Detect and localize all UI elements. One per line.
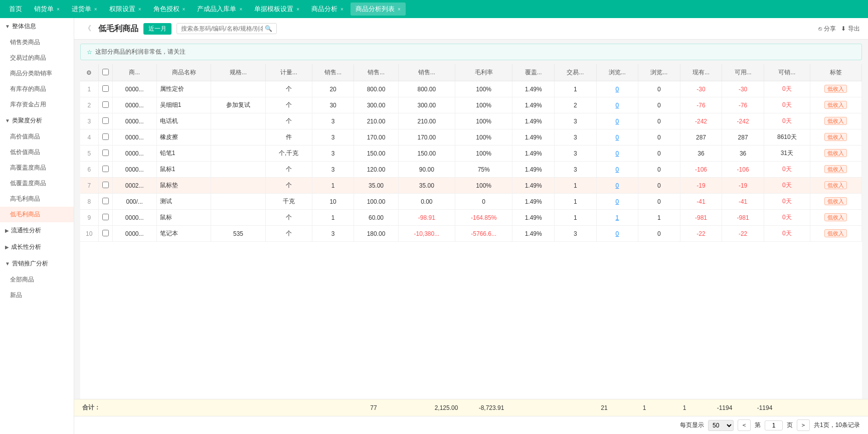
row-gross-rate: -5766.6... — [455, 226, 512, 242]
nav-item-role[interactable]: 角色授权 × — [148, 3, 191, 16]
row-spec — [211, 81, 265, 97]
sidebar-item-high-coverage[interactable]: 高覆盖度商品 — [0, 160, 74, 176]
row-view1[interactable]: 0 — [596, 146, 638, 162]
row-checkbox-cell[interactable] — [98, 226, 112, 242]
nav-item-purchase[interactable]: 进货单 × — [67, 3, 102, 16]
row-sale-amt: 170.00 — [398, 129, 455, 146]
sidebar-collapse-button[interactable]: 《 — [82, 22, 93, 35]
sidebar-item-category-rate[interactable]: 商品分类助销率 — [0, 66, 74, 81]
sidebar-item-all-goods[interactable]: 全部商品 — [0, 272, 74, 287]
row-view1[interactable]: 0 — [596, 97, 638, 113]
close-icon[interactable]: × — [398, 7, 401, 12]
footer-stock: -1194 — [717, 404, 733, 411]
col-checkbox[interactable] — [98, 64, 112, 81]
row-sale-qty: 3 — [312, 226, 354, 242]
search-icon[interactable]: 🔍 — [265, 25, 272, 32]
footer-sale-qty: 77 — [370, 404, 377, 411]
row-checkbox-cell[interactable] — [98, 97, 112, 113]
sidebar-group-circulation[interactable]: ▶ 流通性分析 — [0, 222, 74, 239]
sidebar-item-high-value[interactable]: 高价值商品 — [0, 129, 74, 144]
sidebar-item-low-coverage[interactable]: 低覆盖度商品 — [0, 176, 74, 191]
nav-item-permission[interactable]: 权限设置 × — [104, 3, 146, 16]
nav-item-template[interactable]: 单据模板设置 × — [249, 3, 304, 16]
nav-item-warehouse[interactable]: 产成品入库单 × — [192, 3, 247, 16]
close-icon[interactable]: × — [296, 7, 299, 12]
next-page-button[interactable]: ＞ — [797, 419, 810, 431]
row-checkbox[interactable] — [102, 101, 109, 108]
row-sale-price: 300.00 — [354, 97, 398, 113]
sidebar-item-stock-capital[interactable]: 库存资金占用 — [0, 97, 74, 112]
row-view1[interactable]: 0 — [596, 194, 638, 210]
nav-item-analysis-list[interactable]: 商品分析列表 × — [351, 3, 406, 16]
sidebar-group-marketing[interactable]: ▼ 营销推广分析 — [0, 255, 74, 272]
sidebar-group-overview[interactable]: ▼ 整体信息 — [0, 18, 74, 35]
current-page-input[interactable] — [765, 420, 783, 430]
sidebar-item-stocked-goods[interactable]: 有库存的商品 — [0, 81, 74, 97]
col-settings[interactable]: ⚙ — [80, 64, 98, 81]
close-icon[interactable]: × — [94, 7, 97, 12]
row-view1[interactable]: 1 — [596, 210, 638, 226]
nav-item-analysis[interactable]: 商品分析 × — [306, 3, 349, 16]
row-checkbox[interactable] — [102, 214, 109, 220]
page-size-select[interactable]: 50 100 200 — [708, 420, 734, 431]
nav-item-sales[interactable]: 销货单 × — [29, 3, 65, 16]
close-icon[interactable]: × — [138, 7, 141, 12]
col-sale-qty: 销售... — [312, 64, 354, 81]
row-checkbox-cell[interactable] — [98, 162, 112, 178]
sidebar-item-low-value[interactable]: 低价值商品 — [0, 144, 74, 160]
row-view1[interactable]: 0 — [596, 81, 638, 97]
row-checkbox-cell[interactable] — [98, 81, 112, 97]
close-icon[interactable]: × — [57, 7, 60, 12]
close-icon[interactable]: × — [183, 7, 186, 12]
row-avail: -22 — [722, 226, 764, 242]
row-checkbox[interactable] — [102, 166, 109, 172]
row-checkbox[interactable] — [102, 117, 109, 124]
sidebar-item-high-margin[interactable]: 高毛利商品 — [0, 191, 74, 207]
row-view1[interactable]: 0 — [596, 178, 638, 194]
row-checkbox-cell[interactable] — [98, 146, 112, 162]
export-button[interactable]: ⬇ 导出 — [841, 25, 860, 33]
row-view1[interactable]: 0 — [596, 113, 638, 129]
row-num: 1 — [80, 81, 98, 97]
row-view1[interactable]: 0 — [596, 226, 638, 242]
close-icon[interactable]: × — [239, 7, 242, 12]
close-icon[interactable]: × — [340, 7, 343, 12]
date-filter-button[interactable]: 近一月 — [143, 23, 171, 35]
sidebar-item-new-goods[interactable]: 新品 — [0, 287, 74, 303]
row-checkbox[interactable] — [102, 150, 109, 156]
sidebar-item-low-margin[interactable]: 低毛利商品 — [0, 207, 74, 222]
row-checkbox[interactable] — [102, 198, 109, 204]
row-trade: 1 — [555, 194, 597, 210]
row-stock: -30 — [680, 81, 722, 97]
row-checkbox-cell[interactable] — [98, 178, 112, 194]
sidebar-group-cluster[interactable]: ▼ 类聚度分析 — [0, 112, 74, 129]
row-sale-price: 150.00 — [354, 146, 398, 162]
row-checkbox-cell[interactable] — [98, 194, 112, 210]
chevron-right-icon: ▶ — [5, 228, 9, 233]
select-all-checkbox[interactable] — [102, 69, 109, 75]
page-size-label: 每页显示 — [680, 421, 704, 429]
row-gross-rate: 100% — [455, 97, 512, 113]
row-sale-price: 170.00 — [354, 129, 398, 146]
prev-page-button[interactable]: ＜ — [738, 419, 751, 431]
row-view1[interactable]: 0 — [596, 129, 638, 146]
row-checkbox-cell[interactable] — [98, 129, 112, 146]
search-input[interactable] — [181, 25, 263, 32]
nav-item-home[interactable]: 首页 — [4, 3, 27, 16]
share-button[interactable]: ⎋ 分享 — [818, 25, 836, 33]
share-icon: ⎋ — [818, 25, 822, 32]
row-checkbox-cell[interactable] — [98, 210, 112, 226]
row-checkbox[interactable] — [102, 182, 109, 188]
row-stock: -106 — [680, 162, 722, 178]
col-sellable: 可销... — [764, 64, 810, 81]
row-view1[interactable]: 0 — [596, 162, 638, 178]
row-sale-price: 35.00 — [354, 178, 398, 194]
row-checkbox-cell[interactable] — [98, 113, 112, 129]
sidebar-group-growth[interactable]: ▶ 成长性分析 — [0, 239, 74, 255]
row-checkbox[interactable] — [102, 133, 109, 140]
row-checkbox[interactable] — [102, 230, 109, 236]
row-checkbox[interactable] — [102, 85, 109, 92]
sidebar-item-traded-goods[interactable]: 交易过的商品 — [0, 50, 74, 66]
row-name: 鼠标垫 — [156, 178, 211, 194]
sidebar-item-sales-goods[interactable]: 销售类商品 — [0, 35, 74, 50]
